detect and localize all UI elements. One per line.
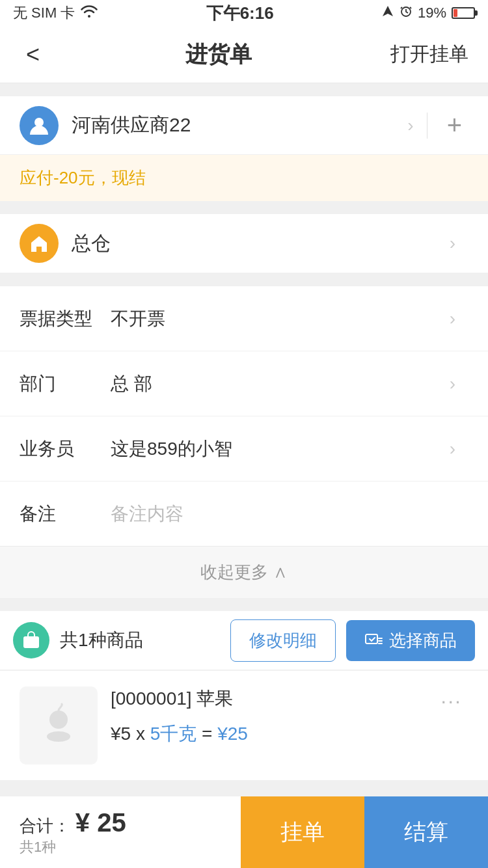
back-button[interactable]: < <box>20 34 46 75</box>
price-value: ¥5 x <box>111 724 150 744</box>
svg-point-6 <box>49 711 68 729</box>
product-count: 共1种商品 <box>60 628 220 653</box>
svg-rect-4 <box>23 636 39 648</box>
svg-point-2 <box>34 118 44 127</box>
total-count: 共1种 <box>20 837 221 857</box>
add-supplier-button[interactable]: + <box>441 104 468 146</box>
edit-detail-button[interactable]: 修改明细 <box>230 619 336 662</box>
product-icon <box>13 622 49 658</box>
product-thumbnail <box>20 686 98 765</box>
carrier-label: 无 SIM 卡 <box>13 3 75 23</box>
supplier-info-banner: 应付-20元，现结 <box>0 155 488 201</box>
collapse-label: 收起更多 ∧ <box>200 561 287 584</box>
status-bar: 无 SIM 卡 下午6:16 19% <box>0 0 488 26</box>
salesperson-label: 业务员 <box>20 437 98 461</box>
total-amount: ¥ 25 <box>75 808 126 837</box>
product-header: 共1种商品 修改明细 选择商品 <box>0 611 488 670</box>
product-name: [0000001] 苹果 <box>111 686 421 711</box>
open-pending-button[interactable]: 打开挂单 <box>390 41 468 68</box>
department-chevron-icon: › <box>450 373 455 394</box>
supplier-avatar <box>20 106 59 145</box>
invoice-value: 不开票 <box>98 306 450 331</box>
product-price: ¥5 x 5千克 = ¥25 <box>111 722 421 746</box>
divider <box>427 113 427 139</box>
form-row-department[interactable]: 部门 总 部 › <box>0 351 488 416</box>
department-label: 部门 <box>20 372 98 396</box>
product-code: [0000001] 苹果 <box>111 688 233 709</box>
svg-rect-5 <box>366 634 377 644</box>
remark-value: 备注内容 <box>98 502 468 526</box>
pending-button[interactable]: 挂单 <box>241 796 364 868</box>
supplier-section: 河南供应商22 › + 应付-20元，现结 <box>0 96 488 201</box>
invoice-label: 票据类型 <box>20 306 98 331</box>
warehouse-row[interactable]: 总仓 › <box>0 214 488 273</box>
alarm-icon <box>400 5 413 21</box>
page-title: 进货单 <box>185 40 252 70</box>
total-label: 合计： <box>20 816 70 835</box>
select-product-label: 选择商品 <box>389 629 457 652</box>
battery-icon <box>452 7 475 19</box>
remark-label: 备注 <box>20 502 98 526</box>
nav-bar: < 进货单 打开挂单 <box>0 26 488 83</box>
salesperson-value: 这是859的小智 <box>98 437 450 461</box>
settle-button[interactable]: 结算 <box>364 796 488 868</box>
bottom-bar: 合计： ¥ 25 共1种 挂单 结算 <box>0 796 488 868</box>
total-value: ¥25 <box>217 724 248 744</box>
status-time: 下午6:16 <box>206 2 274 25</box>
supplier-row[interactable]: 河南供应商22 › + <box>0 96 488 155</box>
equals-sign: = <box>202 724 217 744</box>
svg-rect-3 <box>36 247 42 252</box>
gap-1 <box>0 83 488 96</box>
wifi-icon <box>80 5 98 21</box>
chevron-right-icon: › <box>407 115 413 136</box>
form-section: 票据类型 不开票 › 部门 总 部 › 业务员 这是859的小智 › 备注 备注… <box>0 286 488 546</box>
form-row-salesperson[interactable]: 业务员 这是859的小智 › <box>0 416 488 481</box>
svg-marker-0 <box>383 6 393 16</box>
gap-3 <box>0 273 488 286</box>
warehouse-icon <box>20 224 59 263</box>
form-row-invoice[interactable]: 票据类型 不开票 › <box>0 286 488 351</box>
department-value: 总 部 <box>98 372 450 396</box>
salesperson-chevron-icon: › <box>450 439 455 459</box>
warehouse-name: 总仓 <box>72 230 450 257</box>
form-row-remark[interactable]: 备注 备注内容 <box>0 481 488 546</box>
product-item: [0000001] 苹果 ¥5 x 5千克 = ¥25 ··· <box>0 671 488 780</box>
gap-2 <box>0 201 488 214</box>
invoice-chevron-icon: › <box>450 308 455 329</box>
select-product-button[interactable]: 选择商品 <box>346 620 475 661</box>
total-section: 合计： ¥ 25 共1种 <box>0 808 241 857</box>
product-more-button[interactable]: ··· <box>434 686 468 716</box>
warehouse-chevron-icon: › <box>450 233 455 254</box>
total-row: 合计： ¥ 25 <box>20 808 221 837</box>
battery-percent: 19% <box>418 5 446 21</box>
svg-point-7 <box>47 731 70 742</box>
collapse-bar[interactable]: 收起更多 ∧ <box>0 546 488 598</box>
status-left: 无 SIM 卡 <box>13 3 98 23</box>
supplier-name: 河南供应商22 <box>72 112 407 139</box>
status-right: 19% <box>381 5 475 21</box>
quantity-value: 5千克 <box>150 724 197 744</box>
product-info: [0000001] 苹果 ¥5 x 5千克 = ¥25 <box>111 686 421 746</box>
location-icon <box>381 5 394 21</box>
